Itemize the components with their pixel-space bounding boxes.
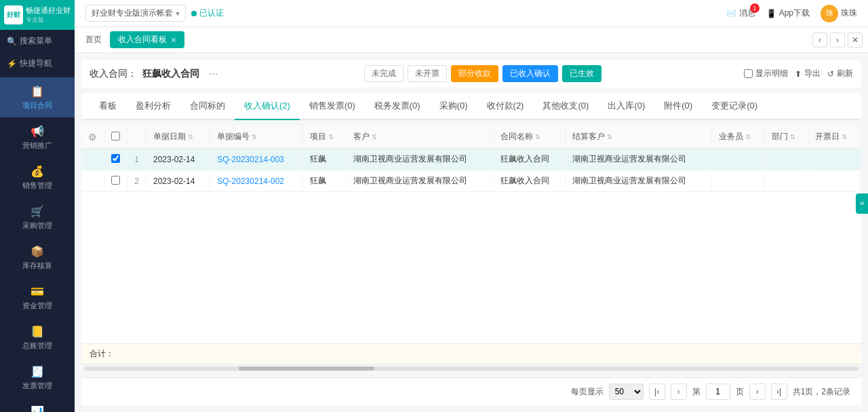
purchase-icon: 🛒 [31,204,44,218]
col-project[interactable]: 项目⇅ [303,126,347,149]
project-icon: 📋 [31,84,44,98]
current-page-input[interactable] [706,383,730,400]
more-options-button[interactable]: ··· [205,67,222,81]
sidebar-item-general[interactable]: 📒 总账管理 [0,318,75,358]
horizontal-scrollbar[interactable] [81,364,861,372]
status-effective-button[interactable]: 已生效 [562,65,601,82]
sidebar-search[interactable]: 🔍 搜索菜单 [0,30,75,52]
page-label-pre: 第 [692,386,701,398]
col-rownum [127,126,146,149]
close-tab-icon[interactable]: × [171,35,176,45]
col-salesperson[interactable]: 业务员⇅ [712,126,765,149]
message-button[interactable]: ✉️ 消息 1 [726,7,755,19]
col-settle-customer[interactable]: 结算客户⇅ [566,126,712,149]
main-content: 好业财专业版演示帐套 ▾ 已认证 ✉️ 消息 1 📱 App下载 珠 珠珠 [75,0,868,412]
sidebar-item-label: 采购管理 [22,221,52,231]
sidebar: 好财 畅捷通好业财 专业版 🔍 搜索菜单 ⚡ 快捷导航 📋 项目合同 📢 营销推… [0,0,75,412]
select-all-checkbox[interactable] [111,132,120,141]
sidebar-quick-nav[interactable]: ⚡ 快捷导航 [0,52,75,75]
status-received-confirmed-button[interactable]: 已收入确认 [502,65,558,82]
tab-attachments[interactable]: 附件(0) [654,93,702,120]
per-page-select[interactable]: 50 100 200 [609,383,644,400]
topbar-right: ✉️ 消息 1 📱 App下载 珠 珠珠 [726,5,857,22]
logo-text: 畅捷通好业财 专业版 [26,5,71,24]
settings-icon[interactable]: ⚙ [88,132,97,143]
sales-icon: 💰 [31,164,44,178]
sidebar-item-inventory[interactable]: 📦 库存核算 [0,238,75,278]
col-order-date[interactable]: 单据日期⇅ [146,126,210,149]
sidebar-item-funds[interactable]: 💳 资金管理 [0,278,75,318]
sidebar-item-sales[interactable]: 💰 销售管理 [0,157,75,198]
cell-salesperson-1 [712,170,765,192]
tab-tax_invoice[interactable]: 税务发票(0) [365,93,430,120]
tab-kanban[interactable]: 看板 [90,93,126,120]
show-detail-input[interactable] [744,69,753,78]
order-no-link-0[interactable]: SQ-20230214-003 [217,155,284,164]
sort-icon: ⇅ [188,133,193,141]
sort-icon: ⇅ [328,133,334,141]
order-no-link-1[interactable]: SQ-20230214-002 [217,176,284,186]
tab-contract_std[interactable]: 合同标的 [180,93,235,120]
export-icon: ⬆ [795,69,802,79]
status-not-completed-button[interactable]: 未完成 [364,65,403,82]
total-records: 共1页，2条记录 [793,386,850,398]
tab-warehouse[interactable]: 出入库(0) [598,93,654,120]
tab-change_log[interactable]: 变更记录(0) [702,93,767,120]
table-scroll-area[interactable]: ⚙ 单据日期⇅ 单据编号⇅ 项目⇅ 客户⇅ 合同名称⇅ 结算客户⇅ 业务员⇅ 部… [81,126,861,343]
tab-prev-button[interactable]: ‹ [812,33,827,48]
col-order-no[interactable]: 单据编号⇅ [210,126,303,149]
cell-customer-1: 湖南卫视商业运营发展有限公司 [347,170,493,192]
status-partial-received-button[interactable]: 部分收款 [451,65,498,82]
tab-other_income[interactable]: 其他收支(0) [533,93,598,120]
tab-profit[interactable]: 盈利分析 [126,93,180,120]
export-button[interactable]: ⬆ 导出 [795,68,821,79]
cell-checkbox-1[interactable] [104,170,127,192]
table-row[interactable]: 2 2023-02-14 SQ-20230214-002 狂飙 湖南卫视商业运营… [81,170,861,192]
app-download-button[interactable]: 📱 App下载 [766,7,810,19]
sidebar-item-purchase[interactable]: 🛒 采购管理 [0,198,75,238]
cell-project-0: 狂飙 [303,149,347,170]
scrollbar-thumb[interactable] [239,367,374,371]
col-department[interactable]: 部门⇅ [765,126,808,149]
prev-page-button[interactable]: ‹ [671,383,687,400]
cell-orderno-1[interactable]: SQ-20230214-002 [210,170,303,192]
tab-income_confirm[interactable]: 收入确认(2) [235,93,300,120]
next-page-button[interactable]: › [749,383,766,400]
first-page-button[interactable]: |‹ [649,383,665,400]
status-not-invoiced-button[interactable]: 未开票 [408,65,447,82]
tab-payment[interactable]: 收付款(2) [477,93,534,120]
tab-purchase[interactable]: 采购(0) [430,93,477,120]
col-contract-name[interactable]: 合同名称⇅ [493,126,565,149]
total-label: 合计： [90,348,114,360]
sort-icon: ⇅ [745,133,751,141]
refresh-button[interactable]: ↺ 刷新 [827,68,853,79]
tab-next-button[interactable]: › [830,33,845,48]
user-avatar[interactable]: 珠 珠珠 [821,5,857,22]
tab-sales_invoice[interactable]: 销售发票(0) [300,93,365,120]
cell-orderno-0[interactable]: SQ-20230214-003 [210,149,303,170]
sidebar-item-tax[interactable]: 📊 税务管理 [0,398,75,412]
table-row[interactable]: 1 2023-02-14 SQ-20230214-003 狂飙 湖南卫视商业运营… [81,149,861,170]
contract-title-name: 狂飙收入合同 [142,68,199,80]
show-detail-checkbox[interactable]: 显示明细 [744,68,788,79]
company-selector[interactable]: 好业财专业版演示帐套 ▾ [85,5,186,22]
home-tab[interactable]: 首页 [80,31,107,48]
last-page-button[interactable]: ›| [771,383,787,400]
sidebar-item-project[interactable]: 📋 项目合同 [0,77,75,117]
sidebar-item-marketing[interactable]: 📢 营销推广 [0,117,75,157]
cell-settings-0 [81,149,104,170]
sidebar-item-label: 项目合同 [22,100,52,111]
app-logo[interactable]: 好财 畅捷通好业财 专业版 [0,0,75,30]
sidebar-item-label: 总账管理 [22,341,52,351]
col-customer[interactable]: 客户⇅ [347,126,493,149]
active-tab-income-contract[interactable]: 收入合同看板 × [110,31,184,48]
cell-settings-1 [81,170,104,192]
tab-close-button[interactable]: ✕ [848,33,863,48]
certified-badge: 已认证 [191,7,224,19]
content-area: 收入合同： 狂飙收入合同 ··· 未完成 未开票 部分收款 已收入确认 已生效 … [75,53,868,412]
topbar-left: 好业财专业版演示帐套 ▾ 已认证 [85,5,721,22]
sidebar-item-invoice[interactable]: 🧾 发票管理 [0,358,75,398]
right-panel-button[interactable]: ≡ [856,193,868,214]
col-invoice-date[interactable]: 开票日⇅ [808,126,861,149]
cell-checkbox-0[interactable] [104,149,127,170]
